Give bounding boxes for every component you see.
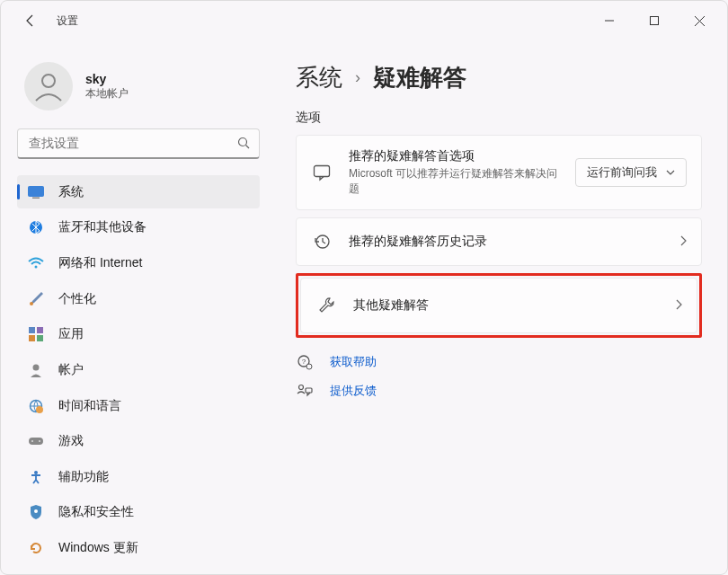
- chevron-right-icon: [675, 298, 682, 313]
- nav-item-gaming[interactable]: 游戏: [17, 424, 260, 458]
- nav-item-apps[interactable]: 应用: [17, 317, 260, 351]
- svg-point-23: [34, 509, 38, 513]
- app-title: 设置: [57, 13, 78, 29]
- sidebar: sky 本地帐户 系统 蓝牙和其他设备 网络和 Internet: [1, 40, 271, 574]
- close-icon: [695, 16, 705, 26]
- titlebar: 设置: [1, 1, 727, 40]
- nav-item-time-language[interactable]: 时间和语言: [17, 389, 260, 423]
- svg-point-10: [35, 265, 38, 268]
- user-block[interactable]: sky 本地帐户: [17, 49, 271, 128]
- user-name: sky: [85, 72, 129, 86]
- breadcrumb-parent[interactable]: 系统: [296, 62, 342, 93]
- search-input[interactable]: [27, 135, 237, 151]
- shield-icon: [28, 504, 44, 520]
- svg-rect-8: [32, 197, 40, 199]
- svg-rect-15: [37, 335, 43, 341]
- nav-label: 系统: [58, 184, 84, 200]
- svg-point-11: [30, 302, 33, 305]
- svg-point-21: [39, 440, 40, 442]
- arrow-left-icon: [23, 13, 38, 28]
- back-button[interactable]: [17, 7, 44, 34]
- card-recommended-preferences[interactable]: 推荐的疑难解答首选项 Microsoft 可以推荐并运行疑难解答来解决问题 运行…: [296, 135, 702, 210]
- card-subtitle: Microsoft 可以推荐并运行疑难解答来解决问题: [349, 166, 559, 197]
- svg-point-22: [34, 471, 38, 474]
- search-icon: [237, 137, 250, 149]
- nav-label: 蓝牙和其他设备: [58, 219, 146, 235]
- wifi-icon: [28, 255, 44, 271]
- nav-item-network[interactable]: 网络和 Internet: [17, 246, 260, 280]
- wrench-icon: [315, 295, 337, 316]
- link-text: 获取帮助: [330, 354, 377, 370]
- nav-item-accessibility[interactable]: 辅助功能: [17, 460, 260, 494]
- card-title: 推荐的疑难解答历史记录: [349, 234, 663, 250]
- nav-item-accounts[interactable]: 帐户: [17, 353, 260, 387]
- svg-point-20: [31, 440, 33, 442]
- user-subtitle: 本地帐户: [85, 86, 129, 102]
- display-icon: [28, 184, 44, 200]
- link-text: 提供反馈: [330, 383, 377, 399]
- maximize-icon: [650, 16, 659, 25]
- svg-rect-14: [29, 335, 35, 341]
- minimize-icon: [605, 16, 614, 25]
- nav-item-bluetooth[interactable]: 蓝牙和其他设备: [17, 210, 260, 244]
- search-box[interactable]: [17, 128, 260, 159]
- accessibility-icon: [28, 469, 44, 485]
- main-panel: 系统 › 疑难解答 选项 推荐的疑难解答首选项 Microsoft 可以推荐并运…: [271, 40, 727, 574]
- recommended-pref-dropdown[interactable]: 运行前询问我: [575, 158, 687, 187]
- nav-label: 时间和语言: [58, 398, 121, 414]
- svg-point-5: [239, 138, 247, 146]
- svg-rect-13: [37, 327, 43, 333]
- nav-label: Windows 更新: [58, 540, 138, 556]
- nav-label: 网络和 Internet: [58, 255, 142, 271]
- chevron-right-icon: [679, 234, 687, 249]
- close-button[interactable]: [679, 6, 720, 35]
- nav-item-system[interactable]: 系统: [17, 175, 260, 209]
- svg-rect-1: [651, 17, 659, 25]
- apps-icon: [28, 326, 44, 342]
- nav-label: 游戏: [58, 433, 84, 449]
- highlight-annotation: 其他疑难解答: [296, 273, 702, 338]
- breadcrumb: 系统 › 疑难解答: [296, 62, 702, 93]
- svg-point-28: [306, 364, 312, 369]
- gamepad-icon: [28, 433, 44, 449]
- svg-rect-12: [29, 327, 35, 333]
- svg-point-16: [33, 364, 40, 370]
- avatar: [24, 62, 73, 111]
- svg-rect-24: [315, 166, 330, 177]
- breadcrumb-current: 疑难解答: [373, 62, 466, 93]
- svg-rect-19: [29, 438, 43, 445]
- nav-label: 个性化: [58, 291, 96, 307]
- history-icon: [311, 231, 333, 252]
- nav-label: 辅助功能: [58, 469, 109, 485]
- brush-icon: [28, 291, 44, 307]
- section-label: 选项: [296, 110, 702, 126]
- help-links: ? 获取帮助 提供反馈: [296, 354, 702, 399]
- globe-clock-icon: [28, 398, 44, 414]
- update-icon: [28, 540, 44, 556]
- svg-rect-7: [29, 186, 44, 196]
- card-title: 其他疑难解答: [353, 297, 659, 314]
- card-other-troubleshooters[interactable]: 其他疑难解答: [300, 278, 697, 333]
- nav-item-personalization[interactable]: 个性化: [17, 282, 260, 316]
- card-troubleshoot-history[interactable]: 推荐的疑难解答历史记录: [296, 217, 702, 266]
- nav-label: 帐户: [58, 362, 84, 378]
- dropdown-value: 运行前询问我: [587, 164, 657, 181]
- svg-line-6: [246, 146, 250, 149]
- minimize-button[interactable]: [589, 6, 630, 35]
- nav-label: 隐私和安全性: [58, 504, 134, 520]
- window-controls: [589, 6, 720, 35]
- nav-item-privacy[interactable]: 隐私和安全性: [17, 496, 260, 530]
- chevron-right-icon: ›: [355, 68, 360, 87]
- feedback-link[interactable]: 提供反馈: [296, 383, 702, 399]
- svg-point-18: [36, 406, 43, 413]
- svg-rect-30: [306, 388, 312, 393]
- get-help-link[interactable]: ? 获取帮助: [296, 354, 702, 370]
- svg-point-4: [42, 75, 55, 87]
- chevron-down-icon: [666, 170, 675, 175]
- nav-item-windows-update[interactable]: Windows 更新: [17, 531, 260, 565]
- card-title: 推荐的疑难解答首选项: [349, 148, 559, 164]
- maximize-button[interactable]: [634, 6, 675, 35]
- user-icon: [31, 68, 67, 104]
- svg-point-29: [299, 385, 304, 390]
- chat-icon: [311, 162, 333, 183]
